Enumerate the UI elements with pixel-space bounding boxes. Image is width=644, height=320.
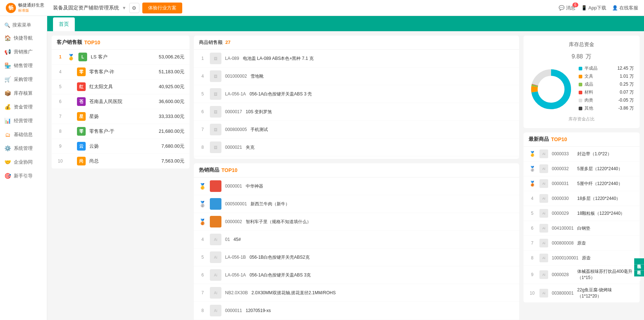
product-name: 056-1A白色按键开关盖ABS 3克 bbox=[249, 272, 514, 278]
rank-amount: 36,600.00元 bbox=[159, 98, 184, 105]
product-code: NB2.0X30B bbox=[225, 290, 248, 295]
legend-color-dot bbox=[579, 107, 582, 110]
new-product-row: 🥉Ai00000315厘中纤（1220*2440） bbox=[523, 176, 640, 191]
sidebar-item-marketing[interactable]: 📢 营销推广 bbox=[0, 45, 47, 59]
new-products-title: 最新商品 bbox=[529, 136, 549, 143]
notification-icon: 💬 bbox=[559, 5, 564, 11]
customer-rank-row: 7星星扬33,333.00元 bbox=[52, 109, 189, 124]
app-download-item[interactable]: 📱 App下载 bbox=[581, 5, 606, 11]
donut-wrapper: 半成品12.45 万文具1.01 万成品0.25 万材料0.07 万肉类-0.0… bbox=[529, 65, 634, 113]
rank-number: 7 bbox=[199, 290, 206, 295]
logo-tag: 标准版 bbox=[18, 8, 44, 13]
new-products-rows: 🥇Ai0000033封边带（1.0*22）🥈Ai00000325厘多层（1220… bbox=[523, 147, 640, 303]
sidebar-item-system[interactable]: ⚙️ 系统管理 bbox=[0, 141, 47, 155]
float-btn-hotline[interactable]: 客服热线 bbox=[634, 258, 644, 264]
sidebar-item-quick-nav[interactable]: 🏠 快捷导航 bbox=[0, 31, 47, 45]
rank-number: 8 bbox=[199, 145, 206, 150]
float-btn-community[interactable]: 服务社区 bbox=[634, 264, 644, 271]
product-image bbox=[210, 180, 221, 192]
customer-ranking-table: 1🥇LLS 客户53,006.26元4零零售客户-许51,183.00元5红红太… bbox=[52, 50, 189, 169]
product-code: LA-089 bbox=[225, 56, 239, 61]
float-btn-live[interactable]: 直播 bbox=[634, 271, 644, 276]
product-code: 0000001 bbox=[225, 184, 242, 189]
system-icon: ⚙️ bbox=[4, 145, 11, 152]
rank-number: 8 bbox=[529, 255, 536, 260]
rank-number: 🥈 bbox=[199, 201, 206, 208]
rank-number: 8 bbox=[57, 129, 64, 134]
sidebar-item-purchase[interactable]: 🛒 采购管理 bbox=[0, 73, 47, 86]
logo-icon: 畅 bbox=[6, 3, 16, 13]
product-thumbnail-placeholder: Ai bbox=[210, 251, 221, 263]
product-name: 雪地靴 bbox=[250, 73, 514, 79]
sales-rank-row: 8🖼0000021夹克 bbox=[194, 139, 519, 156]
sales-ranking-title: 商品销售额 bbox=[199, 40, 223, 45]
rank-avatar: 尚 bbox=[77, 157, 86, 165]
legend-item: 材料0.07 万 bbox=[579, 89, 634, 95]
product-code: 0000029 bbox=[552, 211, 574, 216]
notification-item[interactable]: 💬 消息 6 bbox=[559, 5, 575, 11]
rank-amount: 51,183.00元 bbox=[159, 69, 184, 75]
system-dropdown-icon[interactable]: ▼ bbox=[122, 5, 126, 11]
online-service-item[interactable]: 👤 在线客服 bbox=[612, 5, 638, 11]
legend-value: 12.45 万 bbox=[617, 65, 634, 71]
new-products-header: 最新商品 TOP10 bbox=[523, 132, 640, 147]
rank-number: 4 bbox=[529, 196, 536, 201]
sales-icon: 🏪 bbox=[4, 62, 11, 69]
sidebar-item-base[interactable]: 🗂 基础信息 bbox=[0, 128, 47, 141]
product-name: 18颗粒板（1220*2440） bbox=[577, 210, 635, 217]
sidebar-item-enterprise[interactable]: 🤝 企业协同 bbox=[0, 155, 47, 169]
guide-icon: 🎯 bbox=[4, 173, 11, 179]
rank-name: 红太阳文具 bbox=[89, 83, 155, 90]
product-code: 0000033 bbox=[552, 151, 574, 156]
inventory-total-value: 9.88 万 bbox=[529, 49, 634, 61]
product-name: 手机测试 bbox=[250, 127, 514, 133]
sidebar-item-inventory[interactable]: 📦 库存核算 bbox=[0, 86, 47, 100]
product-name: 056-1B白色按键开关壳ABS2克 bbox=[249, 254, 514, 260]
legend-name: 成品 bbox=[584, 81, 617, 87]
sidebar-search[interactable]: 🔍 搜索菜单 bbox=[0, 19, 47, 31]
customer-rank-row: 5红红太阳文具40,925.00元 bbox=[52, 79, 189, 94]
service-icon: 👤 bbox=[612, 5, 618, 11]
sidebar-label-marketing: 营销推广 bbox=[14, 49, 33, 55]
sidebar-label-purchase: 采购管理 bbox=[14, 76, 33, 83]
product-image bbox=[210, 198, 221, 210]
trial-button[interactable]: 体验行业方案 bbox=[142, 3, 182, 13]
legend-item: 肉类-0.05 万 bbox=[579, 97, 634, 103]
rank-number: 4 bbox=[199, 74, 206, 79]
gear-button[interactable]: ⚙ bbox=[129, 3, 139, 13]
tab-home[interactable]: 首页 bbox=[53, 17, 75, 31]
rank-number: 7 bbox=[529, 241, 536, 246]
main-layout: 🔍 搜索菜单 🏠 快捷导航 📢 营销推广 🏪 销售管理 🛒 采购管理 📦 库存核… bbox=[0, 16, 644, 320]
rank-amount: 40,925.00元 bbox=[159, 83, 184, 90]
rank-number: 6 bbox=[199, 272, 206, 278]
product-code: 0000017 bbox=[225, 109, 242, 114]
legend-color-dot bbox=[579, 99, 582, 102]
product-thumbnail: 🖼 bbox=[210, 53, 221, 64]
hot-product-row: 4Ai0145# bbox=[194, 231, 519, 249]
product-name: 白钢垫 bbox=[577, 225, 635, 231]
legend-value: 1.01 万 bbox=[620, 73, 634, 79]
sidebar-item-guide[interactable]: 🎯 新手引导 bbox=[0, 169, 47, 183]
customer-rank-row: 4零零售客户-许51,183.00元 bbox=[52, 65, 189, 79]
sidebar-item-operation[interactable]: 📊 经营管理 bbox=[0, 114, 47, 128]
rank-avatar: 苍 bbox=[77, 97, 86, 106]
home-icon: 🏠 bbox=[4, 35, 11, 41]
product-name: 10S 变刹罗煞 bbox=[246, 109, 514, 115]
inventory-card: 库存总资金 9.88 万 bbox=[523, 36, 640, 128]
sidebar-item-sales[interactable]: 🏪 销售管理 bbox=[0, 59, 47, 73]
sidebar: 🔍 搜索菜单 🏠 快捷导航 📢 营销推广 🏪 销售管理 🛒 采购管理 📦 库存核… bbox=[0, 16, 47, 320]
product-thumbnail-placeholder: Ai bbox=[210, 269, 221, 281]
product-thumbnail: Ai bbox=[539, 270, 548, 279]
sidebar-item-finance[interactable]: 💰 资金管理 bbox=[0, 100, 47, 114]
new-product-row: 7Ai000800008原壶 bbox=[523, 236, 640, 251]
rank-avatar: L bbox=[78, 53, 87, 61]
marketing-icon: 📢 bbox=[4, 49, 11, 55]
product-thumbnail: Ai bbox=[539, 209, 548, 218]
product-name: 新西兰牛肉（新牛） bbox=[250, 201, 514, 207]
product-code: 003800001 bbox=[552, 291, 574, 296]
product-name: 智利车子里（规格不知道填什么） bbox=[246, 219, 514, 225]
rank-number: 🥇 bbox=[529, 151, 536, 157]
customer-rank-row: 6苍苍南县人民医院36,600.00元 bbox=[52, 94, 189, 109]
product-thumbnail-placeholder: Ai bbox=[210, 305, 221, 316]
hot-product-row: 8Ai000001112070519-xs bbox=[194, 302, 519, 320]
